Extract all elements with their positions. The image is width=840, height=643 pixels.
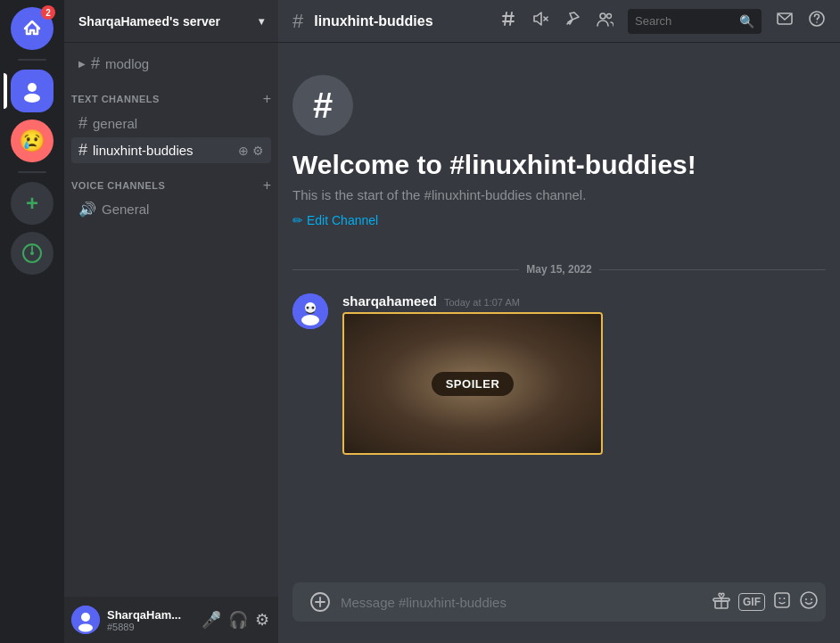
svg-point-15 — [816, 21, 818, 23]
message-input[interactable] — [341, 595, 704, 610]
server-name: SharqaHameed's server — [78, 14, 220, 29]
svg-rect-28 — [775, 593, 789, 607]
message-author: sharqahameed — [342, 293, 437, 309]
channels-list: ▶ # modlog TEXT CHANNELS + # general # l… — [64, 43, 278, 597]
svg-point-6 — [81, 613, 90, 622]
user-settings-icon[interactable]: ⚙ — [253, 608, 271, 631]
search-icon: 🔍 — [739, 14, 754, 29]
sharqahameed-server-icon[interactable] — [11, 70, 54, 112]
voice-channels-category: VOICE CHANNELS + — [64, 164, 278, 196]
channel-name-general: general — [93, 116, 264, 131]
add-server-button[interactable]: + — [11, 182, 54, 225]
emoji-server-icon[interactable]: 😢 — [11, 120, 54, 162]
add-message-button[interactable] — [307, 589, 334, 615]
message-input-area: GIF — [278, 582, 840, 643]
server-separator-2 — [18, 171, 46, 173]
add-voice-channel-button[interactable]: + — [263, 178, 271, 193]
message-content: sharqahameed Today at 1:07 AM SPOILER — [342, 293, 826, 455]
spoiler-badge: SPOILER — [432, 372, 515, 396]
svg-point-30 — [784, 598, 786, 599]
spoiler-image-container[interactable]: SPOILER — [342, 312, 603, 455]
settings-icon[interactable]: ⚙ — [252, 144, 264, 158]
channel-hash-icon: # — [292, 10, 303, 33]
gif-icon[interactable]: GIF — [738, 593, 765, 612]
add-member-icon[interactable]: ⊕ — [238, 144, 249, 158]
date-text: May 15, 2022 — [526, 263, 591, 276]
channel-header-title: linuxhint-buddies — [314, 13, 432, 29]
chevron-down-icon: ▾ — [259, 15, 264, 28]
members-icon[interactable] — [596, 10, 614, 32]
user-panel: SharqaHam... #5889 🎤 🎧 ⚙ — [64, 597, 278, 643]
gift-icon[interactable] — [712, 590, 731, 614]
svg-point-31 — [801, 592, 817, 608]
channel-sidebar: SharqaHameed's server ▾ ▶ # modlog TEXT … — [64, 0, 278, 643]
svg-point-12 — [607, 14, 612, 19]
message-time: Today at 1:07 AM — [444, 297, 520, 308]
search-bar[interactable]: 🔍 — [628, 9, 762, 34]
hashtag-icon[interactable] — [499, 10, 517, 32]
server-separator — [18, 59, 46, 61]
input-actions: GIF — [712, 590, 819, 614]
svg-point-2 — [24, 94, 40, 103]
channel-actions: ⊕ ⚙ — [238, 144, 264, 158]
voice-channels-label: VOICE CHANNELS — [71, 180, 165, 191]
svg-point-18 — [301, 315, 319, 326]
date-separator: May 15, 2022 — [292, 263, 826, 276]
hash-icon: # — [78, 141, 87, 160]
user-avatar — [71, 606, 100, 634]
channel-item-general[interactable]: # general — [71, 111, 271, 136]
mute-icon[interactable] — [531, 10, 549, 32]
speaker-icon: 🔊 — [78, 201, 96, 218]
server-bar: 2 😢 + — [0, 0, 64, 643]
voice-channel-general[interactable]: 🔊 General — [71, 197, 271, 221]
microphone-icon[interactable]: 🎤 — [200, 608, 223, 631]
messages-area: # Welcome to #linuxhint-buddies! This is… — [278, 43, 840, 582]
welcome-section: # Welcome to #linuxhint-buddies! This is… — [292, 61, 826, 249]
welcome-title: Welcome to #linuxhint-buddies! — [292, 150, 826, 180]
headset-icon[interactable]: 🎧 — [226, 608, 250, 631]
text-channels-label: TEXT CHANNELS — [71, 94, 160, 104]
svg-point-4 — [30, 251, 34, 255]
message-item: sharqahameed Today at 1:07 AM SPOILER — [292, 290, 826, 458]
channel-item-modlog[interactable]: ▶ # modlog — [71, 51, 271, 77]
channel-name-linuxhint: linuxhint-buddies — [93, 143, 233, 158]
message-meta: sharqahameed Today at 1:07 AM — [342, 293, 826, 309]
hash-icon: # — [91, 54, 100, 73]
username: SharqaHam... — [107, 608, 193, 622]
message-avatar — [292, 293, 328, 329]
collapse-arrow-icon: ▶ — [78, 59, 86, 69]
svg-point-33 — [811, 598, 812, 600]
hash-icon: # — [78, 114, 87, 133]
search-input[interactable] — [635, 14, 736, 28]
spoiler-overlay: SPOILER — [344, 314, 601, 453]
explore-button[interactable] — [11, 232, 54, 275]
sticker-icon[interactable] — [772, 590, 792, 614]
channel-welcome-icon: # — [292, 75, 353, 136]
emoji-icon[interactable] — [799, 590, 819, 614]
message-input-box: GIF — [292, 582, 826, 622]
pin-icon[interactable] — [564, 10, 581, 32]
user-info: SharqaHam... #5889 — [107, 608, 193, 632]
discord-home-button[interactable]: 2 — [11, 7, 54, 50]
main-content: # linuxhint-buddies — [278, 0, 840, 643]
channel-name-modlog: modlog — [105, 56, 264, 71]
text-channels-category: TEXT CHANNELS + — [64, 78, 278, 110]
inbox-icon[interactable] — [776, 10, 794, 32]
active-server-indicator — [4, 73, 7, 109]
svg-point-21 — [312, 307, 315, 309]
help-icon[interactable] — [808, 10, 826, 32]
edit-channel-link[interactable]: ✏ Edit Channel — [292, 213, 826, 227]
notification-badge: 2 — [41, 5, 55, 20]
header-actions: 🔍 — [499, 9, 826, 34]
svg-point-29 — [779, 598, 781, 599]
pencil-icon: ✏ — [292, 213, 303, 227]
channel-header: # linuxhint-buddies — [278, 0, 840, 43]
server-header[interactable]: SharqaHameed's server ▾ — [64, 0, 278, 43]
welcome-description: This is the start of the #linuxhint-budd… — [292, 187, 826, 202]
svg-point-1 — [28, 83, 37, 92]
user-controls: 🎤 🎧 ⚙ — [200, 608, 271, 631]
add-text-channel-button[interactable]: + — [263, 92, 271, 106]
svg-point-7 — [78, 624, 93, 632]
edit-channel-label: Edit Channel — [307, 213, 378, 227]
channel-item-linuxhint-buddies[interactable]: # linuxhint-buddies ⊕ ⚙ — [71, 137, 271, 163]
